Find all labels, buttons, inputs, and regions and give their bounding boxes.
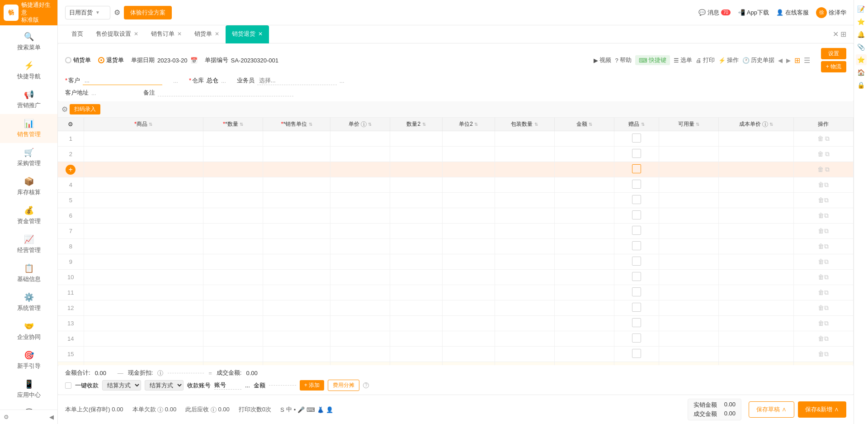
sidebar-item-system[interactable]: ⚙️ 系统管理 <box>0 288 57 317</box>
right-panel-bell[interactable]: 🔔 <box>856 29 867 40</box>
sunit-cell[interactable] <box>263 131 330 147</box>
unit2-cell[interactable] <box>442 147 495 162</box>
qty-cell[interactable] <box>203 147 263 162</box>
gift-checkbox[interactable] <box>632 333 641 343</box>
product-input-cell[interactable] <box>84 162 203 177</box>
user-profile-btn[interactable]: 徐 徐泽华 <box>816 7 846 18</box>
sidebar-item-sales[interactable]: 📊 销售管理 <box>0 114 57 143</box>
right-panel-lock[interactable]: 🔒 <box>856 80 867 91</box>
cost-cell[interactable] <box>719 147 793 162</box>
amount-value[interactable] <box>269 385 296 386</box>
close-all-icon[interactable]: ✕ <box>833 30 839 38</box>
tab-close-icon[interactable]: ✕ <box>215 31 219 37</box>
qty-cell[interactable] <box>203 131 263 147</box>
select-btn[interactable]: ☰ 选单 <box>674 56 692 64</box>
delete-icon[interactable]: 🗑 <box>818 289 824 296</box>
sort-cost[interactable]: ⇅ <box>769 122 773 127</box>
sidebar-item-quicknav[interactable]: ⚡ 快捷导航 <box>0 56 57 85</box>
product-cell[interactable] <box>84 131 203 147</box>
amount-cell[interactable] <box>554 147 614 162</box>
history-btn[interactable]: 🕐 历史单据 <box>742 56 774 64</box>
right-panel-home[interactable]: 🏠 <box>856 67 867 78</box>
sidebar-collapse-icon[interactable]: ◀ <box>49 414 54 420</box>
table-gear-icon[interactable]: ⚙ <box>61 105 68 114</box>
calendar-icon[interactable]: 📅 <box>190 57 198 64</box>
gift-checkbox[interactable] <box>632 195 641 204</box>
sidebar-item-basic[interactable]: 📋 基础信息 <box>0 259 57 288</box>
gift-checkbox[interactable] <box>632 149 641 158</box>
copy-icon[interactable]: ⧉ <box>825 135 830 142</box>
delete-icon[interactable]: 🗑 <box>818 258 824 265</box>
delete-icon[interactable]: 🗑 <box>818 350 824 357</box>
trial-btn[interactable]: 体验行业方案 <box>124 6 172 19</box>
sort-product[interactable]: ⇅ <box>149 122 152 127</box>
calc-select[interactable]: 结算方式 <box>145 380 184 391</box>
sort-sunit[interactable]: ⇅ <box>309 122 312 127</box>
sidebar-item-finance[interactable]: 💰 资金管理 <box>0 201 57 230</box>
sidebar-item-appstore[interactable]: 📱 应用中心 <box>0 375 57 404</box>
discount-value[interactable] <box>168 373 204 373</box>
split-info-icon[interactable]: ? <box>363 382 369 388</box>
topbar-gear-icon[interactable]: ⚙ <box>114 8 120 17</box>
copy-icon[interactable]: ⧉ <box>824 258 829 265</box>
sidebar-item-wechat[interactable]: 💬 企业微信 <box>0 404 57 410</box>
sort-amount[interactable]: ⇅ <box>589 122 592 127</box>
gift-checkbox[interactable] <box>632 318 641 327</box>
delete-icon[interactable]: 🗑 <box>818 181 824 188</box>
copy-icon[interactable]: ⧉ <box>824 335 829 342</box>
delete-icon[interactable]: 🗑 <box>818 335 824 342</box>
qty-cell[interactable] <box>203 162 263 177</box>
settings-icon[interactable]: ⚙ <box>68 121 73 128</box>
amount-cell[interactable] <box>554 162 614 177</box>
warehouse-ellipsis[interactable]: ... <box>221 77 226 84</box>
copy-icon[interactable]: ⧉ <box>824 243 829 250</box>
tab-close-icon[interactable]: ✕ <box>134 31 138 37</box>
delete-icon[interactable]: 🗑 <box>818 243 824 250</box>
price-cell[interactable] <box>330 131 390 147</box>
tab-close-icon[interactable]: ✕ <box>258 31 263 37</box>
print-btn[interactable]: 🖨 打印 <box>696 56 715 64</box>
copy-icon[interactable]: ⧉ <box>824 212 829 219</box>
product-input[interactable] <box>87 166 200 173</box>
tab-close-icon[interactable]: ✕ <box>177 31 182 37</box>
delete-icon[interactable]: 🗑 <box>818 212 824 219</box>
delete-icon[interactable]: 🗑 <box>818 227 824 234</box>
cost-price-info-icon[interactable]: ℹ <box>762 121 768 127</box>
list-view-icon[interactable]: ☰ <box>804 56 810 65</box>
delete-icon[interactable]: 🗑 <box>818 196 824 204</box>
sidebar-item-inventory[interactable]: 📦 库存核算 <box>0 172 57 201</box>
receive-info-icon[interactable]: ℹ <box>211 407 217 413</box>
copy-icon[interactable]: ⧉ <box>824 304 829 311</box>
sidebar-item-ops[interactable]: 📈 经营管理 <box>0 230 57 259</box>
amount-cell[interactable] <box>554 131 614 147</box>
unit2-cell[interactable] <box>442 131 495 147</box>
scan-btn[interactable]: 扫码录入 <box>70 104 100 114</box>
right-panel-star[interactable]: ⭐ <box>856 16 867 27</box>
unit-price-info-icon[interactable]: ℹ <box>361 121 367 127</box>
logistics-btn[interactable]: + 物流 <box>821 61 846 72</box>
sidebar-item-search[interactable]: 🔍 搜索菜单 <box>0 27 57 56</box>
salesperson-input[interactable] <box>257 76 337 85</box>
delete-icon[interactable]: 🗑 <box>817 135 824 142</box>
industry-select[interactable]: 日用百货 ▼ <box>65 6 110 19</box>
radio-sales[interactable]: 销货单 <box>65 56 91 64</box>
delete-icon[interactable]: 🗑 <box>817 150 824 157</box>
address-ellipsis[interactable]: ... <box>91 90 96 96</box>
qty2-cell[interactable] <box>390 162 443 177</box>
save-draft-btn[interactable]: 保存草稿 ∧ <box>749 401 794 418</box>
gift-cell[interactable] <box>614 162 659 177</box>
right-panel-clip[interactable]: 📎 <box>856 42 867 52</box>
gift-checkbox[interactable] <box>632 133 641 143</box>
settings-btn[interactable]: 设置 <box>821 48 846 59</box>
copy-icon[interactable]: ⧉ <box>824 350 829 357</box>
copy-icon[interactable]: ⧉ <box>824 196 829 204</box>
sort-qty2[interactable]: ⇅ <box>422 122 426 127</box>
copy-icon[interactable]: ⧉ <box>824 289 829 296</box>
sort-pack[interactable]: ⇅ <box>534 122 538 127</box>
avail-cell[interactable] <box>659 147 719 162</box>
sunit-cell[interactable] <box>263 162 330 177</box>
gift-cell[interactable] <box>614 147 659 162</box>
sort-unit2[interactable]: ⇅ <box>474 122 478 127</box>
gift-checkbox[interactable] <box>632 226 641 235</box>
copy-icon[interactable]: ⧉ <box>824 319 829 327</box>
